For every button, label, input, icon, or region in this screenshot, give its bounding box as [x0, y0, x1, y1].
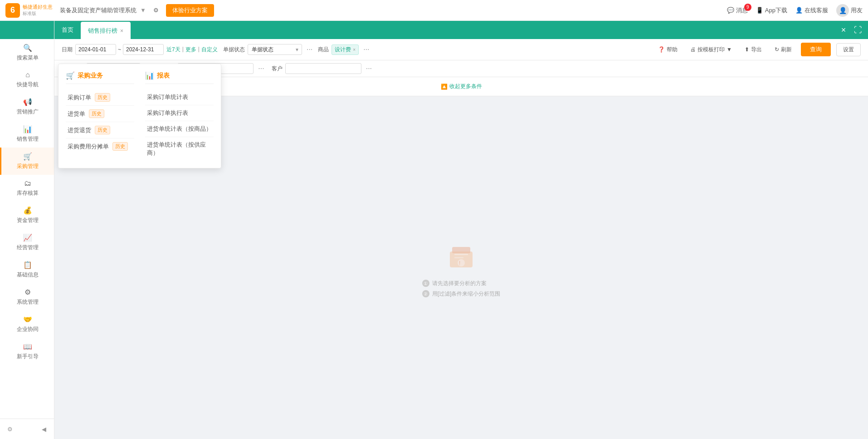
history-badge-2: 历史	[95, 126, 110, 134]
dropdown-item-report-3[interactable]: 进货单统计表（按供应商）	[145, 137, 214, 161]
dropdown-item-purchase-return[interactable]: 进货退货 历史	[66, 122, 134, 138]
history-badge-0: 历史	[95, 93, 110, 102]
dropdown-item-purchase-order-label: 采购订单	[68, 94, 91, 102]
dropdown-item-purchase-receipt-label: 进货单	[68, 110, 85, 118]
dropdown-item-purchase-expense-label: 采购费用分摊单	[68, 143, 109, 151]
dropdown-col-purchase-header: 🛒 采购业务	[66, 71, 134, 84]
dropdown-item-report-2-label: 进货单统计表（按商品）	[147, 125, 212, 133]
history-badge-3: 历史	[112, 142, 128, 151]
dropdown-col-report-header: 📊 报表	[145, 71, 214, 84]
dropdown-item-report-1-label: 采购订单执行表	[147, 109, 188, 117]
dropdown-item-purchase-return-label: 进货退货	[68, 126, 91, 134]
dropdown-item-report-1[interactable]: 采购订单执行表	[145, 105, 214, 121]
purchase-dropdown-menu: 🛒 采购业务 采购订单 历史 进货单 历史 进货退货 历史 采购费用分摊单 历史	[58, 64, 221, 168]
dropdown-item-report-0-label: 采购订单统计表	[147, 93, 188, 101]
dropdown-item-report-2[interactable]: 进货单统计表（按商品）	[145, 121, 214, 137]
dropdown-item-purchase-receipt[interactable]: 进货单 历史	[66, 106, 134, 122]
dropdown-col-purchase: 🛒 采购业务 采购订单 历史 进货单 历史 进货退货 历史 采购费用分摊单 历史	[66, 71, 134, 161]
dropdown-col-report: 📊 报表 采购订单统计表 采购订单执行表 进货单统计表（按商品） 进货单统计表（…	[145, 71, 214, 161]
dropdown-item-purchase-expense[interactable]: 采购费用分摊单 历史	[66, 138, 134, 154]
purchase-header-icon: 🛒	[66, 71, 75, 80]
history-badge-1: 历史	[89, 109, 104, 118]
dropdown-col-report-title: 报表	[157, 72, 170, 80]
dropdown-cols: 🛒 采购业务 采购订单 历史 进货单 历史 进货退货 历史 采购费用分摊单 历史	[66, 71, 214, 161]
dropdown-col-purchase-title: 采购业务	[78, 72, 103, 80]
dropdown-item-purchase-order[interactable]: 采购订单 历史	[66, 89, 134, 106]
dropdown-item-report-0[interactable]: 采购订单统计表	[145, 89, 214, 105]
report-header-icon: 📊	[145, 71, 154, 80]
dropdown-item-report-3-label: 进货单统计表（按供应商）	[147, 141, 212, 157]
